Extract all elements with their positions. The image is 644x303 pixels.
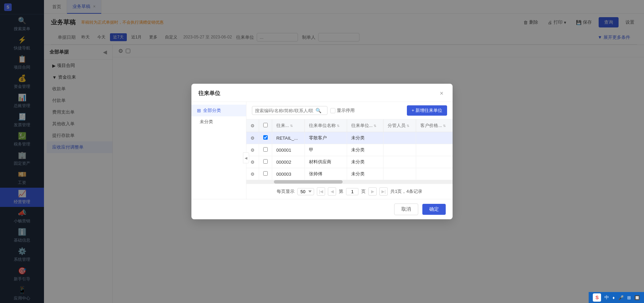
row-settings-icon-2[interactable]: ⚙ [251,148,255,153]
td-check-1[interactable] [259,132,272,144]
page-input[interactable] [346,188,358,195]
sort-price-icon[interactable]: ⇅ [443,124,446,128]
td-name-1: 零散客户 [304,132,347,144]
dialog-title: 往来单位 [198,90,220,97]
td-category-4: 未分类 [347,168,384,180]
taskbar-logo[interactable]: S [593,293,601,302]
search-box: 🔍 [252,106,327,115]
td-category-1: 未分类 [347,132,384,144]
per-page-label: 每页显示 [277,188,295,195]
table-header-row: ⚙ 往来... ⇅ [246,119,453,132]
td-price-4 [416,168,453,180]
table-row[interactable]: ⚙ 000003 张帅傅 [246,168,453,180]
per-page-select[interactable]: 50 [297,188,314,195]
sort-name-icon[interactable]: ⇅ [337,124,340,128]
td-manager-2 [384,144,416,156]
row-settings-icon-3[interactable]: ⚙ [251,160,255,165]
dialog-overlay[interactable]: 往来单位 × ⊞ 全部分类 未分类 ◀ [0,0,644,303]
th-code: 往来... ⇅ [272,119,305,132]
grid-icon: ⊞ [197,108,201,113]
td-code-3: 000002 [272,156,305,168]
last-page-btn[interactable]: ▶| [379,187,388,196]
th-price-level: 客户价格... ⇅ [416,119,453,132]
row-settings-icon-1[interactable]: ⚙ [251,136,255,141]
new-partner-button[interactable]: + 新增往来单位 [407,105,447,116]
td-manager-3 [384,156,416,168]
search-icon[interactable]: 🔍 [315,108,321,113]
dialog-body: ⊞ 全部分类 未分类 ◀ [191,102,453,199]
cancel-button[interactable]: 取消 [394,203,418,215]
dialog-content-toolbar: 🔍 显示停用 + 新增往来单位 [246,102,453,119]
total-info: 共1页，4条记录 [390,188,422,195]
row-checkbox-4[interactable] [263,171,268,176]
scrollbar-thumb[interactable] [274,180,343,184]
prev-page-btn[interactable]: ◀ [328,187,336,196]
dialog-close-button[interactable]: × [437,89,446,97]
td-manager-4 [384,168,416,180]
td-manager-1 [384,132,416,144]
taskbar-icon-cn[interactable]: 中 [604,294,609,301]
table-settings-icon[interactable]: ⚙ [251,123,255,128]
sort-category-icon[interactable]: ⇅ [374,124,376,128]
td-price-2 [416,144,453,156]
search-input[interactable] [255,108,313,113]
td-check-3[interactable] [259,156,272,168]
dialog-toolbar-left: 🔍 显示停用 [252,106,355,115]
th-name: 往来单位名称 ⇅ [304,119,347,132]
th-manager: 分管人员 ⇅ [384,119,416,132]
dialog-tree: ⊞ 全部分类 未分类 ◀ [191,102,246,199]
partner-dialog: 往来单位 × ⊞ 全部分类 未分类 ◀ [191,84,453,219]
row-checkbox-2[interactable] [263,147,268,152]
td-settings-1: ⚙ [246,132,259,144]
table-row[interactable]: ⚙ 000002 材料供应商 [246,156,453,168]
first-page-btn[interactable]: |◀ [317,187,325,196]
row-settings-icon-4[interactable]: ⚙ [251,172,255,177]
dialog-table: ⚙ 往来... ⇅ [246,119,453,180]
sort-manager-icon[interactable]: ⇅ [407,124,409,128]
tree-item-unclassified[interactable]: 未分类 [194,116,246,127]
taskbar-icon-grid[interactable]: ⊞ [627,295,631,300]
td-code-4: 000003 [272,168,305,180]
td-price-3 [416,156,453,168]
td-name-3: 材料供应商 [304,156,347,168]
td-category-3: 未分类 [347,156,384,168]
row-checkbox-1[interactable] [263,135,268,140]
dialog-header: 往来单位 × [191,84,453,102]
th-settings[interactable]: ⚙ [246,119,259,132]
td-code-2: 000001 [272,144,305,156]
th-check[interactable] [259,119,272,132]
th-category: 往来单位... ⇅ [347,119,384,132]
tree-item-all[interactable]: ⊞ 全部分类 [191,105,246,116]
td-price-1 [416,132,453,144]
tree-sub: 未分类 [191,116,246,127]
horizontal-scrollbar[interactable] [246,180,453,184]
show-disabled-checkbox[interactable] [330,108,335,113]
confirm-button[interactable]: 确定 [422,204,446,215]
taskbar-icon-diamond[interactable]: ♦ [612,295,615,300]
dialog-footer: 取消 确定 [191,199,453,219]
table-row[interactable]: ⚙ 000001 甲 [246,144,453,156]
page-label: 第 [339,188,343,195]
page-suffix: 页 [361,188,366,195]
taskbar: S 中 ♦ 🎤 ⊞ 🔲 [589,292,644,303]
partner-table: ⚙ 往来... ⇅ [246,119,453,180]
select-all-table-checkbox[interactable] [263,123,268,127]
taskbar-icon-box[interactable]: 🔲 [634,295,640,300]
dialog-pagination: 每页显示 50 |◀ ◀ 第 页 ▶ ▶| 共1页，4条记录 [246,184,453,199]
table-row[interactable]: ⚙ RETAIL_... 零散客户 [246,132,453,144]
tree-collapse-icon: ◀ [245,156,246,160]
td-check-4[interactable] [259,168,272,180]
td-settings-4: ⚙ [246,168,259,180]
td-name-4: 张帅傅 [304,168,347,180]
td-category-2: 未分类 [347,144,384,156]
show-disabled-label[interactable]: 显示停用 [330,107,355,114]
row-checkbox-3[interactable] [263,159,268,164]
dialog-content: 🔍 显示停用 + 新增往来单位 [246,102,453,199]
tree-collapse-btn[interactable]: ◀ [243,152,246,163]
next-page-btn[interactable]: ▶ [368,187,377,196]
td-name-2: 甲 [304,144,347,156]
td-code-1: RETAIL_... [272,132,305,144]
td-check-2[interactable] [259,144,272,156]
sort-code-icon[interactable]: ⇅ [290,124,293,128]
taskbar-icon-mic[interactable]: 🎤 [618,295,624,300]
